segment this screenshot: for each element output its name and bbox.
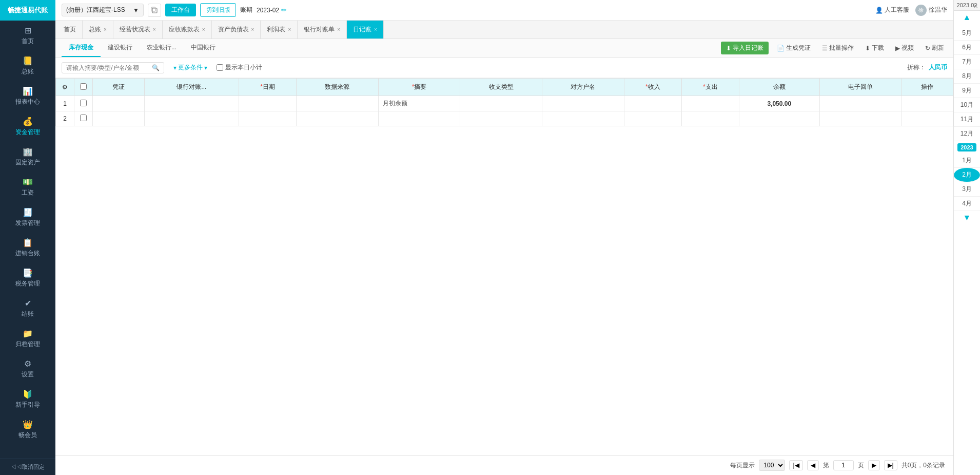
gen-voucher-button[interactable]: 📄 生成凭证	[774, 42, 814, 54]
cal-scroll-down[interactable]: ▼	[963, 211, 971, 224]
sidebar-item-invoice[interactable]: 🧾 发票管理	[0, 202, 55, 233]
sidebar-item-tax[interactable]: 📑 税务管理	[0, 263, 55, 293]
show-today-checkbox[interactable]	[217, 64, 223, 71]
cal-month-5[interactable]: 5月	[954, 26, 980, 41]
search-input[interactable]	[66, 64, 150, 71]
cal-month-12[interactable]: 12月	[954, 127, 980, 141]
sidebar-item-close[interactable]: ✔ 结账	[0, 293, 55, 324]
row-checkbox[interactable]	[80, 100, 87, 106]
copy-button[interactable]	[148, 4, 161, 17]
company-selector[interactable]: (勿册）江西超宝-LSS ▼	[62, 4, 144, 16]
select-all-checkbox[interactable]	[80, 83, 87, 90]
tab-profit[interactable]: 利润表 ×	[261, 21, 298, 39]
tab-receivable-close[interactable]: ×	[202, 27, 205, 32]
sub-tab-cash-label: 库存现金	[69, 44, 93, 51]
cal-month-7[interactable]: 7月	[954, 55, 980, 69]
sidebar-item-archive[interactable]: 📁 归档管理	[0, 324, 55, 354]
td-checkbox[interactable]	[74, 111, 93, 126]
page-input[interactable]	[833, 460, 854, 470]
cal-month-1[interactable]: 1月	[954, 154, 980, 168]
currency-value[interactable]: 人民币	[929, 63, 947, 72]
sidebar-item-fixedasset[interactable]: 🏢 固定资产	[0, 142, 55, 172]
user-menu[interactable]: 徐 徐温华	[915, 5, 947, 16]
invoice-icon: 🧾	[23, 207, 33, 217]
sidebar-item-guide[interactable]: 🔰 新手引导	[0, 384, 55, 414]
td-balance: 3,050.00	[739, 96, 820, 111]
th-settings[interactable]: ⚙	[56, 79, 74, 96]
tab-journal-label: 日记账	[353, 25, 371, 34]
cal-month-10[interactable]: 10月	[954, 98, 980, 112]
tab-bankstatement[interactable]: 银行对账单 ×	[298, 21, 347, 39]
close-calendar-button[interactable]: ×	[974, 2, 978, 10]
workbench-button[interactable]: 工作台	[165, 4, 196, 16]
tax-icon: 📑	[23, 268, 33, 278]
td-voucher	[93, 111, 145, 126]
cal-month-8[interactable]: 8月	[954, 69, 980, 84]
salary-icon: 💵	[23, 177, 33, 187]
cal-month-4[interactable]: 4月	[954, 197, 980, 211]
td-checkbox[interactable]	[74, 96, 93, 111]
cal-scroll-up[interactable]: ▲	[963, 11, 971, 24]
total-label: 共0页，0条记录	[901, 461, 945, 470]
sidebar-item-cashmanage[interactable]: 💰 资金管理	[0, 111, 55, 142]
td-bank-match	[144, 111, 239, 126]
prev-page-button[interactable]: ◀	[807, 460, 819, 470]
sidebar-item-settings[interactable]: ⚙ 设置	[0, 354, 55, 384]
period-edit-icon[interactable]: ✏	[281, 6, 287, 14]
service-button[interactable]: 👤 人工客服	[875, 6, 909, 14]
old-version-button[interactable]: 切到旧版	[200, 3, 236, 17]
tab-balancesheet[interactable]: 资产负债表 ×	[212, 21, 261, 39]
sidebar-item-home[interactable]: ⊞ 首页	[0, 21, 55, 51]
tab-receivable[interactable]: 应收账款表 ×	[163, 21, 212, 39]
last-page-button[interactable]: ▶|	[884, 460, 897, 470]
sub-tab-boc[interactable]: 中国银行	[184, 39, 223, 57]
voucher-icon: 📄	[777, 45, 785, 52]
download-button[interactable]: ⬇ 下载	[862, 42, 887, 54]
video-button[interactable]: ▶ 视频	[892, 42, 917, 54]
cal-month-2-active[interactable]: 2月	[954, 168, 980, 182]
show-today-toggle[interactable]: 显示本日小计	[217, 63, 262, 72]
tab-balancesheet-close[interactable]: ×	[251, 27, 254, 32]
tab-journal-close[interactable]: ×	[374, 27, 377, 32]
first-page-button[interactable]: |◀	[789, 460, 802, 470]
tab-ledger-close[interactable]: ×	[104, 27, 107, 32]
tab-bankstatement-close[interactable]: ×	[337, 27, 340, 32]
tab-journal[interactable]: 日记账 ×	[347, 21, 384, 39]
search-box[interactable]: 🔍	[62, 62, 164, 73]
tab-bankstatement-label: 银行对账单	[304, 25, 335, 34]
sub-tab-cash[interactable]: 库存现金	[62, 39, 101, 57]
sidebar-item-salary[interactable]: 💵 工资	[0, 172, 55, 202]
td-summary	[378, 111, 460, 126]
th-source: 数据来源	[297, 79, 379, 96]
per-page-label: 每页显示	[730, 461, 755, 470]
batch-op-button[interactable]: ☰ 批量操作	[819, 42, 857, 54]
td-expense	[681, 111, 739, 126]
tab-home[interactable]: 首页	[57, 21, 83, 39]
filter-button[interactable]: ▾ 更多条件 ▾	[169, 62, 211, 73]
sub-tab-abc[interactable]: 农业银行...	[140, 39, 184, 57]
sidebar-item-ledger[interactable]: 📒 总账	[0, 51, 55, 81]
tab-business[interactable]: 经营状况表 ×	[113, 21, 163, 39]
th-checkbox[interactable]	[74, 79, 93, 96]
sidebar-item-sales[interactable]: 📋 进销台账	[0, 233, 55, 263]
next-page-button[interactable]: ▶	[868, 460, 880, 470]
sidebar-item-vip[interactable]: 👑 畅会员	[0, 414, 55, 445]
cal-month-6[interactable]: 6月	[954, 41, 980, 55]
sales-icon: 📋	[23, 238, 33, 248]
content-area: 库存现金 建设银行 农业银行... 中国银行 ⬇ 导入日记账 📄 生成凭证	[55, 39, 953, 475]
tab-business-close[interactable]: ×	[153, 27, 156, 32]
unpin-sidebar[interactable]: ◁◁取消固定	[0, 459, 55, 475]
row-checkbox[interactable]	[80, 115, 87, 121]
import-journal-button[interactable]: ⬇ 导入日记账	[721, 42, 769, 54]
td-income	[624, 96, 681, 111]
tab-profit-close[interactable]: ×	[288, 27, 291, 32]
cal-month-3[interactable]: 3月	[954, 182, 980, 197]
sidebar-item-reports[interactable]: 📊 报表中心	[0, 81, 55, 111]
cal-month-9[interactable]: 9月	[954, 84, 980, 98]
cal-month-11[interactable]: 11月	[954, 112, 980, 127]
per-page-select[interactable]: 100 50 200	[759, 460, 785, 471]
tab-ledger[interactable]: 总账 ×	[83, 21, 113, 39]
td-source	[297, 111, 379, 126]
refresh-button[interactable]: ↻ 刷新	[922, 42, 947, 54]
sub-tab-ccb[interactable]: 建设银行	[101, 39, 140, 57]
